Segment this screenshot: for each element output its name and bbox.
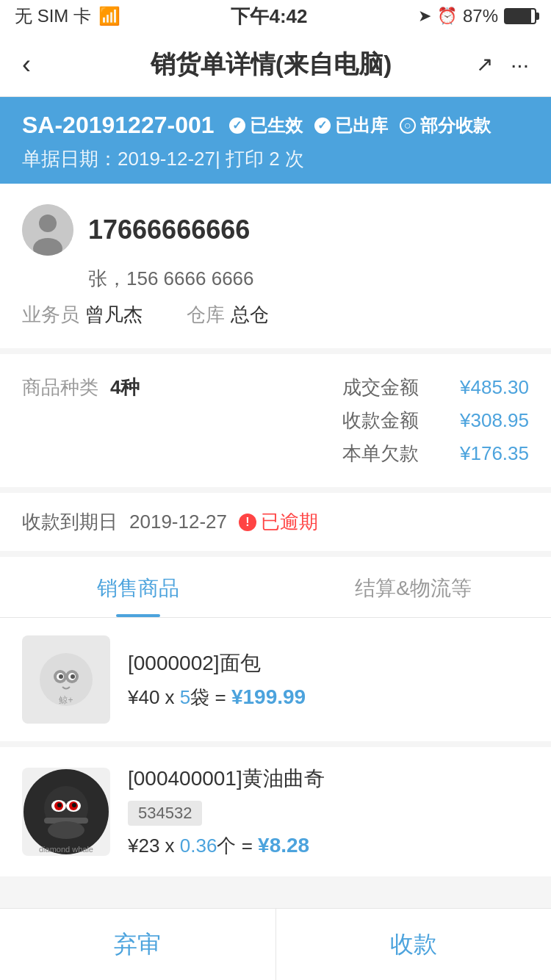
print-info: | 打印 2 次 bbox=[215, 148, 304, 170]
product-item: 鲸+ [0000002]面包 ¥40 x 5袋 = ¥199.99 bbox=[0, 618, 551, 741]
clock-icon: ○ bbox=[400, 118, 416, 134]
nav-bar: ‹ 销货单详情(来自电脑) ↗︎ ··· bbox=[0, 32, 551, 97]
overdue-icon: ! bbox=[239, 514, 256, 531]
badge-partial: ○ 部分收款 bbox=[400, 114, 491, 137]
product-tag-2: 534532 bbox=[128, 801, 202, 826]
bottom-bar: 弃审 收款 bbox=[0, 908, 551, 980]
badge-effective-label: 已生效 bbox=[250, 114, 303, 137]
summary-left: 商品种类 4种 bbox=[22, 375, 140, 400]
svg-point-18 bbox=[72, 803, 76, 807]
badge-shipped: ✓ 已出库 bbox=[314, 114, 388, 137]
location-icon: ➤ bbox=[418, 7, 431, 26]
order-badges: ✓ 已生效 ✓ 已出库 ○ 部分收款 bbox=[229, 114, 491, 137]
more-button[interactable]: ··· bbox=[511, 52, 529, 77]
check-icon-2: ✓ bbox=[314, 118, 331, 134]
tab-settlement[interactable]: 结算&物流等 bbox=[276, 557, 551, 617]
received-row: 收款金额 ¥308.95 bbox=[342, 408, 529, 433]
share-button[interactable]: ↗︎ bbox=[476, 52, 493, 76]
received-value: ¥308.95 bbox=[433, 409, 529, 432]
sales-label: 业务员 bbox=[22, 302, 79, 328]
customer-meta: 业务员 曾凡杰 仓库 总仓 bbox=[22, 302, 529, 328]
order-id-row: SA-20191227-001 ✓ 已生效 ✓ 已出库 ○ 部分收款 bbox=[22, 112, 529, 139]
type-label: 商品种类 bbox=[22, 375, 98, 400]
battery-icon bbox=[504, 8, 536, 24]
amount-row: 成交金额 ¥485.30 bbox=[342, 375, 529, 400]
product-price-1: ¥40 x 5袋 = ¥199.99 bbox=[128, 685, 529, 710]
type-value: 4种 bbox=[110, 375, 140, 400]
customer-section: 17666666666 张，156 6666 6666 业务员 曾凡杰 仓库 总… bbox=[0, 184, 551, 354]
battery-text: 87% bbox=[463, 6, 498, 26]
due-section: 收款到期日 2019-12-27 ! 已逾期 bbox=[0, 493, 551, 557]
amount-value: ¥485.30 bbox=[433, 376, 529, 399]
order-date-row: 单据日期：2019-12-27| 打印 2 次 bbox=[22, 146, 529, 172]
back-button[interactable]: ‹ bbox=[22, 49, 66, 80]
product-code-1: [0000002] bbox=[128, 652, 220, 674]
due-label: 收款到期日 bbox=[22, 509, 118, 535]
header-banner: SA-20191227-001 ✓ 已生效 ✓ 已出库 ○ 部分收款 单据日期：… bbox=[0, 97, 551, 184]
status-bar: 无 SIM 卡 📶 下午4:42 ➤ ⏰ 87% bbox=[0, 0, 551, 32]
carrier-text: 无 SIM 卡 bbox=[15, 4, 91, 28]
product-image-1: 鲸+ bbox=[22, 635, 110, 724]
received-label: 收款金额 bbox=[342, 408, 419, 433]
abandon-review-button[interactable]: 弃审 bbox=[0, 909, 276, 980]
svg-point-20 bbox=[48, 821, 84, 839]
svg-point-17 bbox=[57, 803, 62, 807]
customer-name: 17666666666 bbox=[88, 215, 250, 245]
product-info-2: [000400001]黄油曲奇 534532 ¥23 x 0.36个 = ¥8.… bbox=[128, 765, 529, 859]
status-time: 下午4:42 bbox=[231, 4, 307, 29]
summary-row: 商品种类 4种 成交金额 ¥485.30 收款金额 ¥308.95 本单欠款 ¥… bbox=[22, 375, 529, 466]
product-list: 鲸+ [0000002]面包 ¥40 x 5袋 = ¥199.99 bbox=[0, 618, 551, 876]
order-id: SA-20191227-001 bbox=[22, 112, 215, 139]
tab-sales-products[interactable]: 销售商品 bbox=[0, 557, 276, 617]
product-item-2: diamond whale [000400001]黄油曲奇 534532 ¥23… bbox=[0, 747, 551, 876]
wifi-icon: 📶 bbox=[98, 6, 120, 26]
collect-payment-button[interactable]: 收款 bbox=[276, 909, 552, 980]
svg-text:diamond whale: diamond whale bbox=[39, 845, 93, 854]
amount-label: 成交金额 bbox=[342, 375, 419, 400]
badge-effective: ✓ 已生效 bbox=[229, 114, 303, 137]
svg-point-1 bbox=[39, 215, 57, 232]
alarm-icon: ⏰ bbox=[437, 7, 457, 26]
sales-value: 曾凡杰 bbox=[85, 302, 143, 328]
product-name-2: [000400001]黄油曲奇 bbox=[128, 765, 529, 793]
tabs: 销售商品 结算&物流等 bbox=[0, 557, 551, 618]
product-name-1: [0000002]面包 bbox=[128, 649, 529, 677]
customer-top: 17666666666 bbox=[22, 204, 529, 256]
warehouse-value: 总仓 bbox=[231, 302, 269, 328]
warehouse-label: 仓库 bbox=[187, 302, 225, 328]
order-date: 2019-12-27 bbox=[118, 148, 215, 170]
product-info-1: [0000002]面包 ¥40 x 5袋 = ¥199.99 bbox=[128, 649, 529, 710]
owed-row: 本单欠款 ¥176.35 bbox=[342, 441, 529, 466]
badge-shipped-label: 已出库 bbox=[335, 114, 388, 137]
overdue-badge: ! 已逾期 bbox=[239, 509, 318, 535]
check-icon-1: ✓ bbox=[229, 118, 245, 134]
nav-actions: ↗︎ ··· bbox=[476, 52, 529, 77]
status-right: ➤ ⏰ 87% bbox=[418, 6, 536, 26]
status-left: 无 SIM 卡 📶 bbox=[15, 4, 120, 28]
owed-label: 本单欠款 bbox=[342, 441, 419, 466]
overdue-text: 已逾期 bbox=[261, 509, 318, 535]
owed-value: ¥176.35 bbox=[433, 442, 529, 465]
product-price-2: ¥23 x 0.36个 = ¥8.28 bbox=[128, 833, 529, 859]
badge-partial-label: 部分收款 bbox=[420, 114, 491, 137]
customer-sub: 张，156 6666 6666 bbox=[22, 266, 529, 292]
product-image-2: diamond whale bbox=[22, 768, 110, 856]
product-code-2: [000400001] bbox=[128, 767, 242, 790]
due-date: 2019-12-27 bbox=[129, 511, 227, 533]
summary-right: 成交金额 ¥485.30 收款金额 ¥308.95 本单欠款 ¥176.35 bbox=[342, 375, 529, 466]
date-label: 单据日期： bbox=[22, 148, 118, 170]
summary-section: 商品种类 4种 成交金额 ¥485.30 收款金额 ¥308.95 本单欠款 ¥… bbox=[0, 354, 551, 493]
customer-avatar bbox=[22, 204, 73, 256]
svg-point-8 bbox=[59, 674, 63, 679]
svg-text:鲸+: 鲸+ bbox=[59, 695, 73, 705]
svg-point-9 bbox=[71, 674, 75, 679]
page-title: 销货单详情(来自电脑) bbox=[151, 48, 392, 82]
